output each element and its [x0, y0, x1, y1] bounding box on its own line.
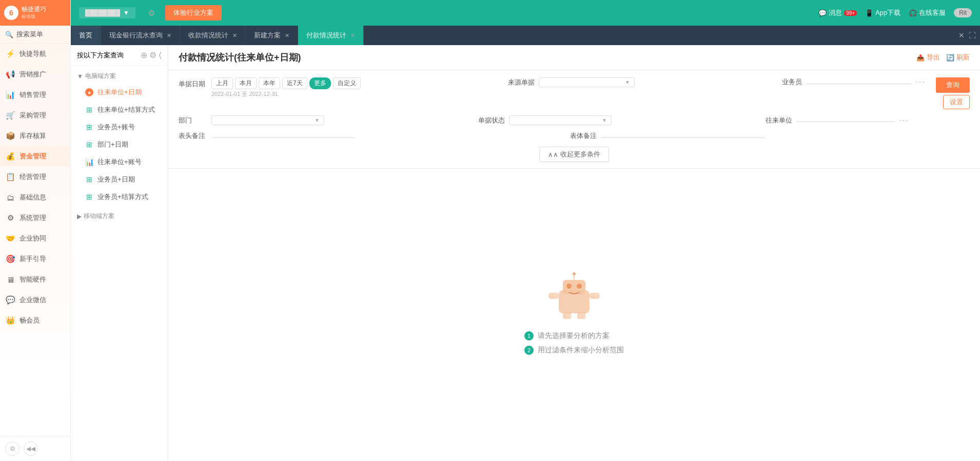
export-btn[interactable]: 📤 导出 — [916, 53, 940, 62]
date-last-month-btn[interactable]: 上月 — [211, 77, 233, 89]
sidebar-settings-btn[interactable]: ⚙ — [5, 442, 19, 456]
sidebar-item-sales[interactable]: 📊 销售管理 — [0, 85, 70, 105]
company-dropdown-icon: ▼ — [123, 9, 129, 16]
vip-icon: 👑 — [5, 315, 15, 326]
header-gear-icon[interactable]: ⚙ — [148, 8, 155, 18]
tab-new-scheme-close[interactable]: ✕ — [285, 32, 289, 39]
date-last7-btn[interactable]: 近7天 — [282, 77, 307, 89]
sidebar-collapse-btn[interactable]: ◀◀ — [24, 442, 38, 456]
sidebar-item-label-system: 系统管理 — [19, 213, 46, 223]
trial-industry-btn[interactable]: 体验行业方案 — [165, 5, 222, 21]
tip-text-1: 请先选择要分析的方案 — [538, 331, 610, 340]
scheme-item-unit-date[interactable]: ● 往来单位+日期 — [71, 84, 168, 101]
app-download-btn[interactable]: 📱 App下载 — [865, 8, 900, 17]
sidebar-item-system[interactable]: ⚙ 系统管理 — [0, 208, 70, 228]
search-menu-label: 搜索菜单 — [16, 30, 43, 39]
tab-receive-close[interactable]: ✕ — [232, 32, 237, 39]
scheme-item-unit-account[interactable]: 📊 往来单位+账号 — [71, 153, 168, 171]
header-note-label: 表头备注 — [179, 131, 207, 141]
scheme-item-staff-settle[interactable]: ⊞ 业务员+结算方式 — [71, 188, 168, 206]
sidebar-item-operations[interactable]: 📋 经营管理 — [0, 167, 70, 187]
header-note-input[interactable] — [211, 134, 355, 138]
dept-arrow: ▼ — [315, 117, 320, 123]
filter-row-3: 表头备注 表体备注 — [179, 131, 970, 141]
tab-bank-close[interactable]: ✕ — [167, 32, 171, 39]
doc-status-select[interactable]: ▼ — [509, 115, 612, 125]
tab-payment[interactable]: 付款情况统计 ✕ — [298, 26, 364, 45]
sidebar-item-wechat[interactable]: 💬 企业微信 — [0, 290, 70, 310]
mobile-section-title[interactable]: ▶ 移动端方案 — [71, 209, 168, 224]
page-actions: 📤 导出 🔄 刷新 — [916, 53, 970, 62]
scheme-item-unit-settle[interactable]: ⊞ 往来单位+结算方式 — [71, 101, 168, 118]
tab-home[interactable]: 首页 — [71, 26, 101, 45]
company-selector[interactable]: ████████ ▼ — [79, 7, 135, 18]
date-custom-btn[interactable]: 自定义 — [333, 77, 361, 89]
app-edition: 标准版 — [22, 13, 46, 20]
tab-payment-close[interactable]: ✕ — [350, 32, 355, 39]
dept-select[interactable]: ▼ — [211, 115, 324, 125]
tab-new-scheme[interactable]: 新建方案 ✕ — [246, 26, 298, 45]
user-avatar[interactable]: Rit — [954, 8, 972, 17]
collapse-panel-icon[interactable]: ⟨ — [159, 50, 162, 60]
desktop-arrow-icon: ▼ — [77, 73, 83, 80]
filter-settings-btn[interactable]: 设置 — [943, 95, 970, 109]
tab-bar-right: ✕ ⛶ — [958, 31, 980, 39]
tab-maximize-icon[interactable]: ⛶ — [969, 31, 976, 39]
guide-icon: 🎯 — [5, 254, 15, 264]
query-btn[interactable]: 查询 — [936, 77, 970, 93]
settings-scheme-icon[interactable]: ⚙ — [149, 50, 156, 60]
date-this-year-btn[interactable]: 本年 — [259, 77, 280, 89]
sidebar-item-marketing[interactable]: 📢 营销推广 — [0, 64, 70, 85]
hardware-icon: 🖥 — [5, 274, 15, 285]
date-more-btn[interactable]: 更多 — [309, 77, 331, 89]
date-this-month-btn[interactable]: 本月 — [235, 77, 257, 89]
tab-receive[interactable]: 收款情况统计 ✕ — [180, 26, 246, 45]
sidebar-item-enterprise[interactable]: 🤝 企业协同 — [0, 228, 70, 249]
tab-close-all-icon[interactable]: ✕ — [958, 31, 965, 39]
refresh-btn[interactable]: 🔄 刷新 — [946, 53, 970, 62]
source-doc-select[interactable]: ▼ — [539, 77, 635, 87]
source-doc-cell: 来源单据 ▼ — [508, 77, 635, 87]
date-options-group: 上月 本月 本年 近7天 更多 自定义 2022-01-01 至 2022-12… — [211, 77, 361, 98]
online-service-btn[interactable]: 🎧 在线客服 — [909, 8, 946, 17]
source-doc-arrow: ▼ — [625, 79, 630, 85]
desktop-section-title[interactable]: ▼ 电脑端方案 — [71, 69, 168, 84]
sidebar-item-vip[interactable]: 👑 畅会员 — [0, 310, 70, 331]
user-name: Rit — [959, 9, 967, 16]
partner-dots-btn[interactable]: ··· — [899, 116, 909, 125]
staff-dots-btn[interactable]: ··· — [916, 77, 926, 87]
message-label: 消息 — [829, 8, 842, 17]
search-menu[interactable]: 🔍 搜索菜单 — [0, 26, 70, 44]
sidebar-item-capital[interactable]: 💰 资金管理 — [0, 146, 70, 167]
collapse-more-btn[interactable]: ∧∧ 收起更多条件 — [539, 147, 609, 162]
scheme-item-staff-date[interactable]: ⊞ 业务员+日期 — [71, 171, 168, 188]
export-icon: 📤 — [916, 54, 925, 62]
empty-tips: 1 请先选择要分析的方案 2 用过滤条件来缩小分析范围 — [524, 331, 624, 360]
sidebar-item-purchase[interactable]: 🛒 采购管理 — [0, 105, 70, 126]
sidebar-item-quicknav[interactable]: ⚡ 快捷导航 — [0, 44, 70, 64]
tab-payment-label: 付款情况统计 — [306, 31, 346, 40]
message-btn[interactable]: 💬 消息 99+ — [818, 8, 857, 17]
partner-input[interactable] — [796, 118, 895, 122]
sidebar-item-label-wechat: 企业微信 — [19, 295, 46, 305]
query-settings-group: 查询 设置 — [936, 77, 970, 109]
add-scheme-icon[interactable]: ⊕ — [141, 50, 147, 60]
scheme-icon-staff-settle: ⊞ — [85, 193, 93, 201]
sidebar-item-base[interactable]: 🗂 基础信息 — [0, 187, 70, 208]
empty-state: 1 请先选择要分析的方案 2 用过滤条件来缩小分析范围 — [168, 169, 980, 461]
sidebar-item-guide[interactable]: 🎯 新手引导 — [0, 249, 70, 269]
app-logo-icon: 6 — [4, 6, 18, 20]
tab-bank[interactable]: 现金银行流水查询 ✕ — [101, 26, 180, 45]
body-note-input[interactable] — [601, 134, 765, 138]
sidebar-item-inventory[interactable]: 📦 库存核算 — [0, 126, 70, 146]
scheme-item-staff-account[interactable]: ⊞ 业务员+账号 — [71, 118, 168, 136]
right-content: 付款情况统计(往来单位+日期) 📤 导出 🔄 刷新 — [168, 45, 980, 461]
staff-input[interactable] — [806, 81, 912, 84]
scheme-label-unit-settle: 往来单位+结算方式 — [97, 105, 155, 114]
sidebar-item-hardware[interactable]: 🖥 智能硬件 — [0, 269, 70, 290]
sidebar-item-label-inventory: 库存核算 — [19, 131, 46, 141]
scheme-item-dept-date[interactable]: ⊞ 部门+日期 — [71, 136, 168, 153]
page-header: 付款情况统计(往来单位+日期) 📤 导出 🔄 刷新 — [168, 45, 980, 70]
dept-cell: 部门 ▼ — [179, 115, 324, 125]
scheme-icon-dept-date: ⊞ — [85, 141, 93, 149]
